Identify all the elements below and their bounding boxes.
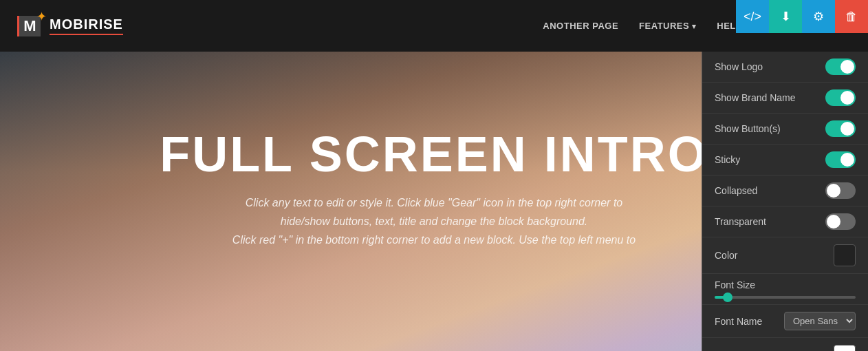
- show-buttons-label: Show Button(s): [715, 123, 781, 134]
- color-label: Color: [715, 250, 737, 261]
- font-name-select[interactable]: Open Sans Roboto Lato: [784, 312, 856, 330]
- logo-sun-icon: ✦: [36, 9, 47, 24]
- hero-subtitle-line1[interactable]: Click any text to edit or style it. Clic…: [246, 197, 622, 209]
- settings-sticky-row: Sticky: [702, 145, 868, 176]
- font-name-label: Font Name: [715, 316, 762, 327]
- settings-font-size-row: Font Size: [702, 274, 868, 305]
- collapsed-toggle-knob: [827, 184, 840, 198]
- download-icon: ⬇: [781, 9, 791, 24]
- sticky-toggle[interactable]: [825, 151, 856, 168]
- download-button[interactable]: ⬇: [769, 0, 802, 33]
- settings-show-logo-row: Show Logo: [702, 52, 868, 83]
- settings-panel: Show Logo Show Brand Name Show Button(s)…: [702, 52, 868, 351]
- color-swatch[interactable]: [834, 244, 856, 266]
- show-brand-label: Show Brand Name: [715, 92, 796, 103]
- show-logo-toggle-knob: [840, 60, 854, 74]
- settings-color-row: Color: [702, 237, 868, 274]
- logo-box: M ✦: [14, 9, 44, 43]
- toolbar: </> ⬇ ⚙ 🗑: [736, 0, 868, 33]
- show-logo-toggle[interactable]: [825, 58, 856, 75]
- font-size-thumb[interactable]: [723, 292, 733, 302]
- font-size-track[interactable]: [715, 296, 856, 299]
- brand[interactable]: M ✦ MOBIRISE: [14, 9, 123, 43]
- transparent-label: Transparent: [715, 216, 766, 227]
- hero-subtitle-line2[interactable]: hide/show buttons, text, title and chang…: [281, 215, 588, 227]
- settings-show-brand-row: Show Brand Name: [702, 83, 868, 114]
- collapsed-toggle[interactable]: [825, 182, 856, 199]
- brand-name: MOBIRISE: [50, 17, 123, 35]
- settings-font-name-row: Font Name Open Sans Roboto Lato: [702, 305, 868, 338]
- hero-title[interactable]: FULL SCREEN INTRO: [160, 126, 708, 182]
- hero-subtitle-line3[interactable]: Click red "+" in the bottom right corner…: [232, 234, 636, 246]
- nav-features[interactable]: FEATURES: [639, 21, 696, 31]
- delete-button[interactable]: 🗑: [835, 0, 868, 33]
- delete-icon: 🗑: [845, 10, 858, 24]
- code-button[interactable]: </>: [736, 0, 769, 33]
- nav-another-page[interactable]: ANOTHER PAGE: [543, 21, 618, 31]
- settings-transparent-row: Transparent: [702, 206, 868, 237]
- settings-font-color-row: Font Color: [702, 338, 868, 351]
- transparent-toggle-knob: [827, 215, 840, 228]
- show-buttons-toggle-knob: [840, 122, 854, 136]
- font-size-label: Font Size: [715, 279, 856, 290]
- settings-show-buttons-row: Show Button(s): [702, 114, 868, 145]
- transparent-toggle[interactable]: [825, 213, 856, 230]
- show-buttons-toggle[interactable]: [825, 120, 856, 137]
- settings-collapsed-row: Collapsed: [702, 176, 868, 206]
- navbar: M ✦ MOBIRISE ANOTHER PAGE FEATURES HELP …: [0, 0, 868, 52]
- sticky-toggle-knob: [840, 153, 854, 167]
- code-icon: </>: [744, 10, 761, 24]
- hero-subtitle: Click any text to edit or style it. Clic…: [232, 193, 636, 250]
- show-logo-label: Show Logo: [715, 61, 763, 72]
- collapsed-label: Collapsed: [715, 185, 757, 196]
- show-brand-toggle[interactable]: [825, 89, 856, 106]
- sticky-label: Sticky: [715, 154, 740, 165]
- font-color-swatch[interactable]: [834, 345, 856, 351]
- show-brand-toggle-knob: [840, 91, 854, 105]
- gear-button[interactable]: ⚙: [802, 0, 835, 33]
- gear-icon: ⚙: [813, 9, 824, 24]
